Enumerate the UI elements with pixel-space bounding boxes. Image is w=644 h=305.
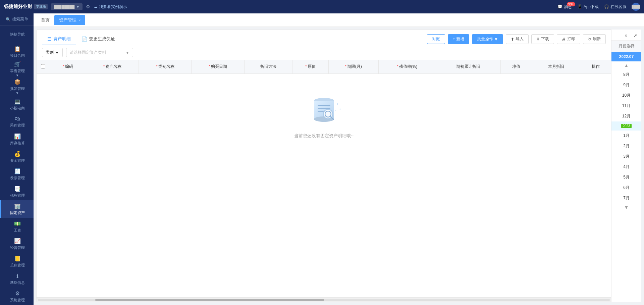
sidebar-item-retail[interactable]: 🛒 零售管理 ▼ <box>0 60 34 78</box>
print-icon: 🖨 <box>562 37 566 42</box>
operation-icon: 📈 <box>14 238 21 244</box>
batch-button[interactable]: 批量操作 ▼ <box>472 34 503 44</box>
message-button[interactable]: 💬 消息 99+ <box>557 4 572 10</box>
online-service-button[interactable]: 🎧 在线客服 <box>604 4 627 10</box>
import-button[interactable]: ⬆ 导入 <box>506 34 529 44</box>
online-service-label: 在线客服 <box>610 4 627 10</box>
demo-text: 我要看实例演示 <box>99 4 127 10</box>
detail-tab-label: 资产明细 <box>53 36 71 42</box>
message-badge: 99+ <box>567 2 575 6</box>
month-item-11[interactable]: 11月 <box>611 101 641 111</box>
col-action: 操作 <box>580 60 611 73</box>
month-8-label: 8月 <box>623 72 630 78</box>
sidebar-item-tax[interactable]: 📑 税务管理 <box>0 183 34 200</box>
ledger-icon: 📒 <box>14 255 21 262</box>
scrollbar-thumb[interactable] <box>95 299 324 301</box>
sidebar-item-operation[interactable]: 📈 经营管理 <box>0 235 34 253</box>
message-icon: 💬 <box>557 4 562 9</box>
print-button[interactable]: 🖨 打印 <box>557 34 580 44</box>
month-item-7[interactable]: 7月 <box>611 193 641 203</box>
sidebar-item-salary[interactable]: 💵 工资 <box>0 218 34 235</box>
sidebar-item-nav[interactable]: 快捷导航 <box>0 26 34 43</box>
sidebar-search[interactable]: 🔍 搜索菜单 <box>0 13 34 26</box>
sidebar-item-assets[interactable]: 🏢 固定资产 <box>0 200 34 218</box>
col-purchase-date: *购买日期 <box>192 60 244 73</box>
panel-close-button[interactable]: × <box>621 31 631 40</box>
filter-bar: 类别 ▼ 请选择固定资产类别 ▼ <box>37 45 611 60</box>
settings-icon[interactable]: ⚙ <box>86 4 90 9</box>
col-code: *编码 <box>50 60 86 73</box>
month-item-5[interactable]: 5月 <box>611 172 641 183</box>
month-item-6[interactable]: 6月 <box>611 183 641 193</box>
assets-icon: 🏢 <box>14 203 21 209</box>
reconcile-button[interactable]: 对账 <box>427 34 445 44</box>
sidebar-ecommerce-label: 小畅电商 <box>10 106 25 111</box>
month-picker-header: 月份选择 <box>611 41 641 52</box>
month-item-9[interactable]: 9月 <box>611 80 641 90</box>
top-bar-right: 💬 消息 99+ 📱 App下载 🎧 在线客服 ████ <box>557 3 640 11</box>
tab-assets[interactable]: 资产管理 × <box>54 15 85 25</box>
voucher-tab-icon: 📄 <box>82 36 87 42</box>
sidebar-item-wholesale[interactable]: 📦 批发管理 ▼ <box>0 78 34 96</box>
panel-resize-button[interactable]: ⤢ <box>631 31 640 40</box>
sidebar-item-base[interactable]: ℹ 基础信息 <box>0 270 34 288</box>
sub-tab-detail[interactable]: ☰ 资产明细 <box>42 33 76 45</box>
voucher-tab-label: 变更生成凭证 <box>89 36 115 42</box>
month-nav-up-button[interactable]: ▲ <box>611 61 641 69</box>
col-name: *资产名称 <box>86 60 139 73</box>
import-label: 导入 <box>516 36 524 42</box>
phone-icon: 📱 <box>577 4 582 9</box>
sidebar-item-invoice[interactable]: 🧾 发票管理 <box>0 165 34 183</box>
month-10-label: 10月 <box>622 93 631 98</box>
month-item-8[interactable]: 8月 <box>611 69 641 80</box>
download-button[interactable]: ⬇ 下载 <box>531 34 554 44</box>
app-download-button[interactable]: 📱 App下载 <box>577 4 599 10</box>
month-item-3[interactable]: 3月 <box>611 151 641 162</box>
company-selector[interactable]: ████████ ▼ <box>51 3 83 10</box>
month-item-2[interactable]: 2月 <box>611 141 641 151</box>
month-nav-down-button[interactable]: ▼ <box>611 203 641 211</box>
home-label: 首页 <box>41 17 50 23</box>
month-11-label: 11月 <box>622 103 631 109</box>
category-filter-label: 类别 <box>46 50 54 55</box>
sidebar-item-finance[interactable]: 💰 资金管理 <box>0 148 34 165</box>
month-item-10[interactable]: 10月 <box>611 90 641 101</box>
refresh-button[interactable]: ↻ 刷新 <box>583 34 606 44</box>
user-avatar[interactable]: ████ <box>632 3 640 11</box>
tab-home[interactable]: 首页 <box>38 15 53 25</box>
month-item-4[interactable]: 4月 <box>611 162 641 172</box>
month-item-12[interactable]: 12月 <box>611 111 641 121</box>
base-icon: ℹ <box>16 273 18 279</box>
sidebar-item-ecommerce[interactable]: 💻 小畅电商 <box>0 96 34 113</box>
table-header-checkbox <box>37 60 50 73</box>
horizontal-scrollbar[interactable] <box>37 297 611 302</box>
category-input-select[interactable]: 请选择固定资产类别 ▼ <box>66 48 133 57</box>
year-2023-row: 2023 <box>611 121 641 131</box>
download-label: 下载 <box>541 36 549 42</box>
sidebar-item-system[interactable]: ⚙ 系统管理 <box>0 288 34 305</box>
category-filter[interactable]: 类别 ▼ <box>42 48 63 57</box>
wholesale-arrow-icon: ▼ <box>16 91 19 95</box>
tab-bar: 首页 资产管理 × <box>34 13 644 27</box>
col-residual-rate: *残值率(%) <box>378 60 436 73</box>
inventory-icon: 📊 <box>14 133 21 140</box>
sub-tab-voucher[interactable]: 📄 变更生成凭证 <box>76 33 120 45</box>
sidebar-item-project[interactable]: 📋 项目合同 <box>0 43 34 60</box>
sidebar-item-ledger[interactable]: 📒 总账管理 <box>0 253 34 270</box>
print-label: 打印 <box>567 36 575 42</box>
tab-close-icon[interactable]: × <box>78 18 80 22</box>
sidebar-item-purchase[interactable]: 🛍 采购管理 <box>0 113 34 131</box>
empty-text: 当前您还没有固定资产明细哦~ <box>294 133 354 139</box>
month-4-label: 4月 <box>623 164 630 170</box>
demo-link[interactable]: ☁ 我要看实例演示 <box>94 4 127 10</box>
empty-illustration <box>304 94 344 128</box>
avatar-text: ████ <box>632 5 640 8</box>
category-filter-arrow: ▼ <box>55 50 59 55</box>
select-all-checkbox[interactable] <box>41 64 45 68</box>
month-item-1[interactable]: 1月 <box>611 131 641 141</box>
sidebar-item-inventory[interactable]: 📊 库存核算 <box>0 131 34 148</box>
month-7-label: 7月 <box>623 195 630 201</box>
main-layout: 🔍 搜索菜单 快捷导航 📋 项目合同 🛒 零售管理 ▼ 📦 批发管理 ▼ 💻 小… <box>0 13 644 305</box>
add-button[interactable]: + 新增 <box>448 34 469 44</box>
invoice-icon: 🧾 <box>14 168 21 174</box>
